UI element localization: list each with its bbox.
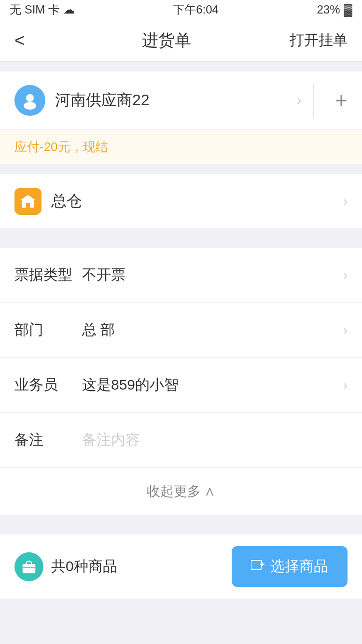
svg-point-1 <box>24 102 36 110</box>
battery-icon: ▓ <box>344 3 353 16</box>
warehouse-section: 总仓 › <box>0 174 362 228</box>
supplier-avatar <box>14 85 45 116</box>
svg-marker-3 <box>21 195 35 200</box>
back-button[interactable]: < <box>14 30 43 51</box>
note-input[interactable]: 备注内容 <box>82 430 348 450</box>
svg-rect-5 <box>23 564 35 573</box>
select-product-button[interactable]: 选择商品 <box>232 546 348 587</box>
supplier-chevron-icon: › <box>297 93 301 108</box>
salesman-value: 这是859的小智 <box>82 375 343 395</box>
invoice-row[interactable]: 票据类型 不开票 › <box>0 248 362 303</box>
collapse-button[interactable]: 收起更多 ∧ <box>0 468 362 515</box>
note-row[interactable]: 备注 备注内容 <box>0 413 362 467</box>
page-title: 进货单 <box>142 29 191 52</box>
svg-rect-7 <box>251 560 262 569</box>
battery-label: 23% <box>317 3 340 16</box>
divider-3 <box>0 515 362 525</box>
department-label: 部门 <box>14 320 82 340</box>
status-left: 无 SIM 卡 ☁ <box>10 2 75 17</box>
status-right: 23% ▓ <box>317 3 352 16</box>
product-count-label: 共0种商品 <box>51 557 232 576</box>
invoice-label: 票据类型 <box>14 265 82 285</box>
warehouse-icon <box>14 188 42 215</box>
salesman-label: 业务员 <box>14 375 82 395</box>
divider-1 <box>0 165 362 174</box>
warehouse-name: 总仓 <box>51 191 343 212</box>
bottom-bar: 共0种商品 选择商品 <box>0 534 362 599</box>
form-section: 票据类型 不开票 › 部门 总 部 › 业务员 这是859的小智 › 备注 备注… <box>0 248 362 467</box>
add-supplier-button[interactable]: + <box>335 88 348 112</box>
warehouse-row[interactable]: 总仓 › <box>0 174 362 228</box>
salesman-row[interactable]: 业务员 这是859的小智 › <box>0 358 362 413</box>
supplier-row[interactable]: 河南供应商22 › + <box>0 71 362 130</box>
notice-row: 应付-20元，现结 <box>0 130 362 165</box>
top-divider <box>0 62 362 71</box>
warehouse-chevron-icon: › <box>343 194 348 209</box>
supplier-name: 河南供应商22 <box>55 90 297 111</box>
select-product-icon <box>251 559 265 574</box>
svg-rect-4 <box>26 203 30 208</box>
divider-2 <box>0 228 362 238</box>
select-product-label: 选择商品 <box>270 557 328 576</box>
product-bag-icon <box>14 552 43 581</box>
note-label: 备注 <box>14 430 82 450</box>
status-bar: 无 SIM 卡 ☁ 下午6:04 23% ▓ <box>0 0 362 19</box>
department-value: 总 部 <box>82 320 343 340</box>
supplier-divider <box>313 83 314 118</box>
open-pending-button[interactable]: 打开挂单 <box>290 30 348 50</box>
nav-bar: < 进货单 打开挂单 <box>0 19 362 62</box>
department-row[interactable]: 部门 总 部 › <box>0 303 362 358</box>
salesman-chevron-icon: › <box>343 378 348 393</box>
invoice-chevron-icon: › <box>343 267 348 283</box>
status-time: 下午6:04 <box>173 2 219 17</box>
sim-label: 无 SIM 卡 ☁ <box>10 2 75 17</box>
supplier-section: 河南供应商22 › + 应付-20元，现结 <box>0 71 362 165</box>
invoice-value: 不开票 <box>82 265 343 285</box>
empty-content-area <box>0 599 362 644</box>
department-chevron-icon: › <box>343 322 348 338</box>
svg-point-0 <box>26 94 34 102</box>
